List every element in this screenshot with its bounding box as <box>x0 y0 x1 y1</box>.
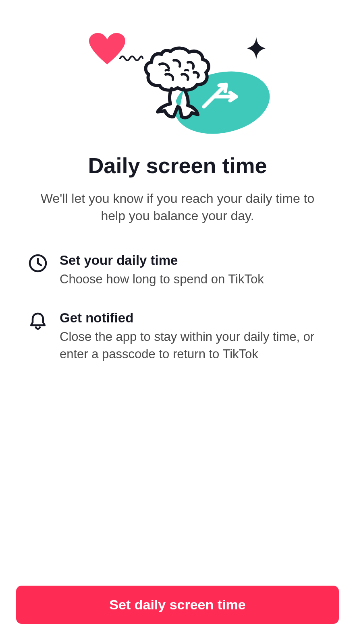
feature-item-get-notified: Get notified Close the app to stay withi… <box>28 310 327 363</box>
feature-title: Set your daily time <box>60 253 327 268</box>
feature-description: Choose how long to spend on TikTok <box>60 270 327 288</box>
feature-list: Set your daily time Choose how long to s… <box>16 253 339 385</box>
brain-character-icon <box>137 40 234 133</box>
cta-label: Set daily screen time <box>109 597 245 613</box>
feature-item-set-time: Set your daily time Choose how long to s… <box>28 253 327 288</box>
bell-icon <box>28 311 48 330</box>
feature-title: Get notified <box>60 310 327 326</box>
hero-illustration <box>16 28 339 133</box>
sparkle-icon <box>246 36 266 60</box>
page-title: Daily screen time <box>16 153 339 178</box>
set-daily-screen-time-button[interactable]: Set daily screen time <box>16 586 339 624</box>
page-subtitle: We'll let you know if you reach your dai… <box>16 190 339 225</box>
feature-description: Close the app to stay within your daily … <box>60 328 327 363</box>
clock-icon <box>28 254 48 273</box>
